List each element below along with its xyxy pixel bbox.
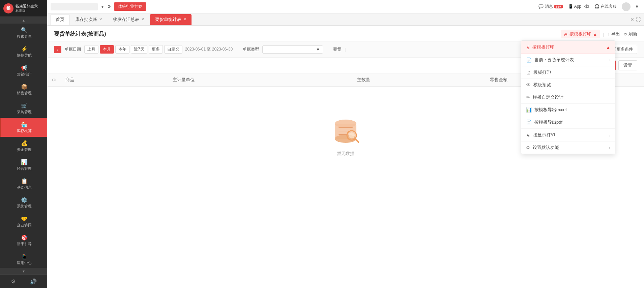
print-dropdown-current[interactable]: 📄 当前：要货单统计表 › (521, 54, 615, 66)
operation-icon: 📊 (21, 159, 28, 165)
sidebar-item-system[interactable]: ⚙️ 系统管理 (0, 193, 47, 212)
sidebar-scroll-up[interactable]: ▲ (0, 17, 47, 24)
main-content: ▼ ⚙ 体验行业方案 💬 消息 99+ 📱 App下载 🎧 在线客服 Rit 首… (47, 0, 644, 288)
page-header-actions: 🖨 按模板打印 ▲ | ↑ 导出 ↺ 刷新 (561, 30, 637, 38)
search-icon: 🔍 (21, 27, 28, 33)
print-template-btn[interactable]: 🖨 按模板打印 ▲ (561, 30, 600, 38)
print-dropdown-template-preview[interactable]: 👁 模板预览 (521, 79, 615, 91)
newbie-icon: 🎯 (21, 234, 28, 241)
sidebar-item-apps[interactable]: 📱 应用中心 (0, 250, 47, 268)
sidebar-item-sales[interactable]: 📦 销售管理 (0, 80, 47, 99)
top-bar-left: ▼ ⚙ 体验行业方案 (51, 2, 146, 11)
tab-order-stat-close[interactable]: ✕ (183, 17, 186, 22)
print-icon: 🖨 (564, 32, 568, 37)
table-settings-icon[interactable]: ⚙ (52, 77, 56, 83)
print-dropdown-template-print[interactable]: 🖨 模板打印 (521, 66, 615, 79)
system-icon: ⚙️ (21, 197, 28, 203)
purchase-icon: 🛒 (21, 102, 28, 109)
date-filter-label: 单据日期 (65, 46, 81, 52)
export-btn[interactable]: ↑ 导出 (608, 31, 620, 37)
finance-icon: 💰 (21, 140, 28, 147)
date-btn-this-year[interactable]: 本年 (115, 45, 129, 54)
print-dropdown-icon: 🖨 (526, 45, 530, 50)
filter-dates: 上月 本月 本年 近7天 更多 自定义 2023-06-01 至 2023-06… (84, 45, 233, 54)
separator1: | (603, 32, 604, 37)
print-dropdown-export-pdf[interactable]: 📄 按模板导出pdf (521, 116, 615, 129)
sidebar-item-corp[interactable]: 🤝 企业协同 (0, 212, 47, 231)
print-dropdown-display-print[interactable]: 🖨 按显示打印 › (521, 129, 615, 141)
basic-icon: 📋 (21, 178, 28, 184)
sidebar-item-inventory[interactable]: 🏪 库存核算 (0, 118, 47, 137)
tab-home[interactable]: 首页 (51, 14, 69, 25)
print-dropdown-export-excel[interactable]: 📊 按模板导出excel (521, 104, 615, 116)
svg-line-8 (355, 139, 358, 142)
sidebar-item-marketing[interactable]: 📢 营销推广 (0, 61, 47, 80)
sidebar-item-search[interactable]: 🔍 搜索菜单 (0, 24, 47, 42)
date-btn-custom[interactable]: 自定义 (164, 45, 182, 54)
date-btn-this-month[interactable]: 本月 (100, 45, 114, 54)
tab-collect[interactable]: 收发存汇总表 ✕ (108, 14, 149, 25)
sidebar-item-quick[interactable]: ⚡ 快捷导航 (0, 42, 47, 61)
print-dropdown-set-default[interactable]: ⚙ 设置默认功能 › (521, 141, 615, 154)
set-default-arrow: › (609, 145, 610, 150)
sidebar-item-operation[interactable]: 📊 经营管理 (0, 156, 47, 174)
sidebar-item-finance[interactable]: 💰 资金管理 (0, 137, 47, 156)
tab-collect-close[interactable]: ✕ (141, 17, 144, 22)
set-default-icon: ⚙ (526, 145, 530, 150)
table-header-settings[interactable]: ⚙ (47, 73, 61, 87)
settings-footer-icon[interactable]: ⚙ (11, 278, 16, 285)
order-type-label: 要货 (333, 46, 341, 52)
sidebar-scroll-down[interactable]: ▼ (0, 268, 47, 275)
type-select-arrow: ▼ (316, 47, 320, 52)
tab-batch-close[interactable]: ✕ (99, 17, 102, 22)
app-download-link[interactable]: 📱 App下载 (568, 4, 589, 9)
date-btn-last-month[interactable]: 上月 (84, 45, 98, 54)
sidebar-footer: ⚙ 🔊 (0, 275, 47, 288)
sales-icon: 📦 (21, 84, 28, 90)
print-chevron-up: ▲ (593, 32, 597, 37)
print-dropdown: 🖨 按模板打印 ▲ 📄 当前：要货单统计表 › 🖨 模板打印 👁 模板预览 (521, 40, 615, 154)
filter-expand-toggle[interactable]: › (54, 46, 61, 53)
date-btn-7days[interactable]: 近7天 (131, 45, 147, 54)
refresh-btn[interactable]: ↺ 刷新 (623, 31, 637, 37)
display-print-icon: 🖨 (526, 133, 530, 138)
export-excel-icon: 📊 (526, 107, 532, 113)
sidebar-nav: 🔍 搜索菜单 ⚡ 快捷导航 📢 营销推广 📦 销售管理 🛒 采购管理 🏪 库存核… (0, 24, 47, 268)
settings-btn[interactable]: 设置 (618, 60, 637, 70)
user-avatar[interactable] (622, 2, 631, 11)
tab-expand-icon[interactable]: ⛶ (636, 17, 641, 22)
tab-bar: 首页 库存批次账 ✕ 收发存汇总表 ✕ 要货单统计表 ✕ ✕ ⛶ (47, 13, 644, 26)
sidebar-item-purchase[interactable]: 🛒 采购管理 (0, 99, 47, 118)
logo-text: 畅康通好生意 标准版 (16, 4, 38, 13)
inventory-icon: 🏪 (21, 121, 28, 128)
experience-btn[interactable]: 体验行业方案 (114, 2, 146, 11)
sidebar-item-newbie[interactable]: 🎯 新手引导 (0, 231, 47, 250)
date-range-display: 2023-06-01 至 2023-06-30 (185, 46, 233, 52)
topbar-dropdown-arrow[interactable]: ▼ (100, 4, 105, 9)
current-template-icon: 📄 (526, 57, 532, 63)
topbar-gear-icon[interactable]: ⚙ (107, 4, 111, 9)
tab-close-icon[interactable]: ✕ (630, 17, 634, 22)
messages-icon[interactable]: 💬 消息 99+ (538, 4, 563, 9)
online-service-link[interactable]: 🎧 在线客服 (594, 4, 617, 9)
type-select[interactable]: ▼ (262, 45, 323, 54)
page-header: 要货单统计表(按商品) 🖨 按模板打印 ▲ | ↑ 导出 ↺ 刷新 (47, 26, 644, 41)
table-header-product: 商品 (61, 73, 168, 87)
date-btn-more[interactable]: 更多 (149, 45, 163, 54)
empty-state-text: 暂无数据 (337, 151, 354, 157)
corp-icon: 🤝 (21, 216, 28, 222)
tab-batch[interactable]: 库存批次账 ✕ (70, 14, 107, 25)
sidebar: 畅 畅康通好生意 标准版 ▲ 🔍 搜索菜单 ⚡ 快捷导航 📢 营销推广 📦 销售… (0, 0, 47, 288)
page-title: 要货单统计表(按商品) (54, 31, 106, 38)
tab-order-stat[interactable]: 要货单统计表 ✕ (150, 14, 192, 25)
current-template-text: 当前：要货单统计表 (534, 57, 606, 63)
top-search-input[interactable] (51, 3, 98, 10)
export-pdf-icon: 📄 (526, 120, 532, 125)
empty-state-icon (329, 117, 362, 147)
sound-footer-icon[interactable]: 🔊 (30, 278, 37, 285)
print-dropdown-template-design[interactable]: ✏ 模板自定义设计 (521, 91, 615, 104)
template-design-icon: ✏ (526, 95, 530, 100)
print-dropdown-chevron[interactable]: ▲ (606, 45, 610, 50)
sidebar-item-basic[interactable]: 📋 基础信息 (0, 174, 47, 193)
display-print-arrow: › (609, 133, 610, 138)
